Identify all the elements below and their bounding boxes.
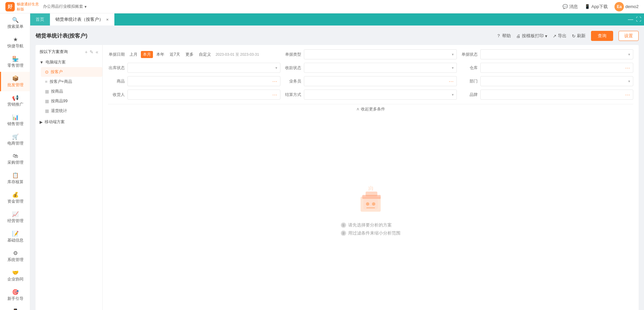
settings-button[interactable]: 设置: [619, 31, 639, 41]
goods-picker[interactable]: ···: [127, 76, 280, 86]
scheme-group-desktop-title[interactable]: ▼ 电脑端方案: [36, 57, 102, 67]
scheme-item-icon-customer: ⊙: [45, 69, 49, 74]
scheme-item-return-stats[interactable]: ▦ 退货统计: [41, 106, 102, 116]
dept-dropdown[interactable]: ▾: [480, 76, 633, 86]
filter-payment-method: 结算方式 ▾: [284, 89, 457, 100]
empty-illustration: [351, 183, 391, 217]
sidebar-item-system[interactable]: ⚙ 系统管理: [0, 247, 30, 266]
app-download-button[interactable]: 📱 App下载: [585, 4, 608, 10]
scheme-item-goods-99[interactable]: ▦ 按商品99: [41, 96, 102, 106]
sidebar-item-basic-info[interactable]: 📝 基础信息: [0, 227, 30, 247]
avatar: Ea: [614, 2, 624, 11]
dropdown-icon: ▾: [452, 52, 454, 57]
date-btn-7days[interactable]: 近7天: [168, 51, 182, 58]
svg-point-4: [366, 202, 369, 206]
more-icon3: ···: [449, 79, 454, 84]
sidebar-item-operations[interactable]: 📈 经营管理: [0, 208, 30, 227]
sidebar-item-search[interactable]: 🔍 搜索菜单: [0, 13, 30, 33]
header-left: 好 畅捷通好生意 标版 办公用品行业模拟账套 ▾: [5, 2, 87, 11]
tab-close-icon[interactable]: ✕: [106, 18, 109, 21]
search-icon: 🔍: [12, 17, 19, 23]
tab-sales-stats[interactable]: 销货单统计表（按客户） ✕: [50, 13, 114, 25]
ecommerce-icon: 🛒: [12, 134, 19, 140]
sidebar-item-wholesale[interactable]: 📦 批发管理: [0, 72, 30, 91]
message-icon: 💬: [562, 4, 568, 9]
filter-warehouse: 仓库 ···: [461, 62, 633, 73]
filter-doc-type: 单据类型 ▾: [284, 49, 457, 60]
export-button[interactable]: ↗ 导出: [553, 33, 567, 39]
scheme-item-by-customer[interactable]: ⊙ 按客户: [41, 67, 102, 77]
dropdown-icon2: ▾: [628, 52, 630, 57]
salesman-picker[interactable]: ···: [304, 76, 457, 86]
tab-minimize-button[interactable]: —: [628, 16, 633, 22]
tab-maximize-button[interactable]: ⛶: [636, 16, 641, 22]
page-header: 销货单统计表(按客户) ？ 帮助 🖨 按模板打印 ▾ ↗ 导出 ↻ 刷新 查询 …: [36, 31, 639, 41]
user-menu[interactable]: Ea demo2: [614, 2, 639, 11]
svg-point-5: [372, 202, 375, 206]
scheme-edit-icon[interactable]: ✎: [90, 49, 94, 55]
sidebar-item-purchase[interactable]: 🛍 采购管理: [0, 150, 30, 169]
filter-grid: 单据日期 上月 本月 本年 近7天 更多 自定义 2023-03-01 至 20…: [108, 49, 633, 100]
wholesale-icon: 📦: [12, 75, 19, 82]
empty-state: ① 请先选择要分析的方案 ② 用过滤条件来缩小分析范围: [108, 114, 633, 307]
scheme-group-desktop-items: ⊙ 按客户 ≡ 按客户+商品 ▦ 按商品 ▦ 按商品99: [36, 67, 102, 116]
doc-status-dropdown[interactable]: ▾: [480, 49, 633, 59]
scheme-collapse-icon[interactable]: «: [96, 49, 98, 55]
dropdown-icon6: ▾: [452, 93, 454, 97]
more-icon4: ···: [272, 92, 277, 97]
template-print-button[interactable]: 🖨 按模板打印 ▾: [516, 33, 547, 39]
scheme-item-by-goods[interactable]: ▦ 按商品: [41, 87, 102, 96]
date-btn-custom[interactable]: 自定义: [197, 51, 213, 58]
sidebar-item-collab[interactable]: 🤝 企业协同: [0, 266, 30, 286]
sidebar-item-retail[interactable]: 🏪 零售管理: [0, 52, 30, 72]
date-filter-buttons: 上月 本月 本年 近7天 更多 自定义 2023-03-01 至 2023-03…: [127, 51, 280, 58]
sidebar-item-inventory[interactable]: 📋 库存核算: [0, 169, 30, 188]
retail-icon: 🏪: [12, 56, 19, 62]
sidebar-item-quick-nav[interactable]: ★ 快捷导航: [0, 33, 30, 52]
filter-area: 单据日期 上月 本月 本年 近7天 更多 自定义 2023-03-01 至 20…: [103, 45, 639, 310]
scheme-add-icon[interactable]: +: [85, 49, 88, 55]
date-btn-more[interactable]: 更多: [183, 51, 196, 58]
scheme-item-customer-goods[interactable]: ≡ 按客户+商品: [41, 77, 102, 87]
sidebar-item-finance[interactable]: 💰 资金管理: [0, 188, 30, 208]
warehouse-picker[interactable]: ···: [480, 63, 633, 73]
date-btn-this-year[interactable]: 本年: [154, 51, 166, 58]
refresh-button[interactable]: ↻ 刷新: [572, 33, 586, 39]
sidebar-item-guide[interactable]: 🎯 新手引导: [0, 286, 30, 305]
message-button[interactable]: 💬 消息: [562, 4, 578, 10]
operations-icon: 📈: [12, 211, 19, 217]
tab-home[interactable]: 首页: [30, 13, 50, 25]
tab-bar-actions: — ⛶: [628, 16, 644, 22]
more-icon: ···: [625, 65, 630, 70]
scheme-header: 按以下方案查询 + ✎ «: [36, 49, 102, 57]
tip-num-1: ①: [341, 222, 346, 228]
sidebar-item-sales[interactable]: 📊 销售管理: [0, 111, 30, 130]
scheme-panel: 按以下方案查询 + ✎ « ▼ 电脑端方案 ⊙ 按客户: [36, 45, 103, 310]
scheme-item-icon-goods: ▦: [45, 89, 49, 94]
out-status-dropdown[interactable]: ▾: [127, 63, 280, 73]
filter-recipient: 收货人 ···: [108, 89, 280, 100]
print-dropdown-icon: ▾: [545, 34, 547, 39]
scheme-group-mobile-title[interactable]: ▶ 移动端方案: [36, 117, 102, 127]
payment-dropdown[interactable]: ▾: [304, 90, 457, 100]
receive-status-dropdown[interactable]: ▾: [304, 63, 457, 73]
logo-icon: 好: [5, 2, 15, 11]
date-btn-last-month[interactable]: 上月: [127, 51, 140, 58]
help-button[interactable]: ？ 帮助: [496, 33, 511, 39]
sidebar-item-app-center[interactable]: 📱 应用中心: [0, 305, 30, 310]
logo-area: 好 畅捷通好生意 标版: [5, 2, 39, 11]
recipient-picker[interactable]: ···: [127, 90, 280, 100]
doc-type-dropdown[interactable]: ▾: [304, 49, 457, 59]
collapse-bar[interactable]: ∧ 收起更多条件: [108, 104, 633, 114]
group-arrow-icon-mobile: ▶: [40, 120, 43, 124]
query-button[interactable]: 查询: [591, 31, 613, 41]
scheme-group-mobile: ▶ 移动端方案: [36, 117, 102, 127]
app-center-icon: 📱: [12, 308, 19, 310]
brand-picker[interactable]: ···: [480, 90, 633, 100]
sidebar-item-ecommerce[interactable]: 🛒 电商管理: [0, 130, 30, 150]
basic-info-icon: 📝: [12, 230, 19, 237]
empty-tips: ① 请先选择要分析的方案 ② 用过滤条件来缩小分析范围: [341, 222, 400, 238]
breadcrumb[interactable]: 办公用品行业模拟账套 ▾: [43, 4, 87, 9]
date-btn-this-month[interactable]: 本月: [141, 51, 153, 58]
sidebar-item-marketing[interactable]: 📢 营销推广: [0, 91, 30, 111]
